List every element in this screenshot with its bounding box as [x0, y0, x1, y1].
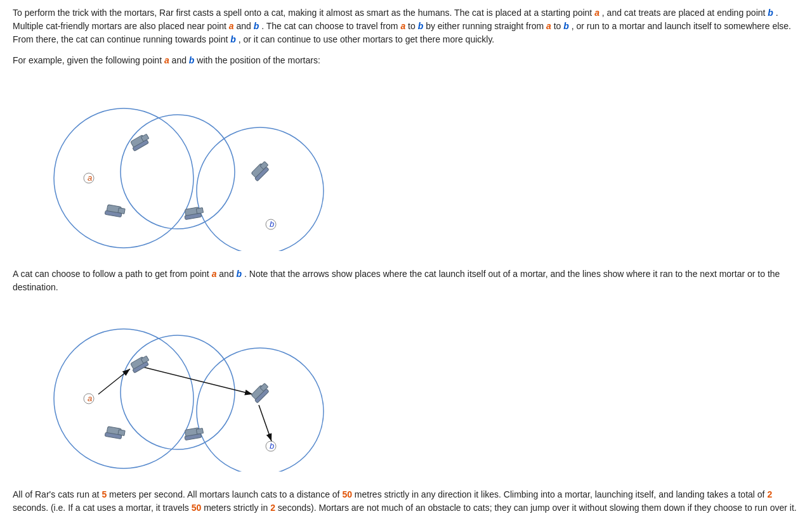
- text: to: [408, 21, 416, 31]
- point-a-3: a: [400, 21, 405, 31]
- text: and: [172, 55, 187, 65]
- point-b-4: b: [563, 21, 569, 31]
- svg-text:b: b: [270, 441, 274, 451]
- text: seconds. (i.e. If a cat uses a mortar, i…: [13, 503, 189, 513]
- text: meters per second. All mortars launch ca…: [109, 489, 339, 499]
- point-b-1: b: [768, 8, 773, 18]
- text: , and cat treats are placed at ending po…: [602, 8, 766, 18]
- point-a-4: a: [546, 21, 551, 31]
- svg-point-2: [197, 127, 324, 251]
- num-5: 2: [270, 503, 275, 513]
- svg-point-1: [121, 115, 235, 229]
- text: and: [237, 21, 251, 31]
- point-b: b: [237, 269, 242, 279]
- paragraph-1: To perform the trick with the mortars, R…: [13, 6, 799, 46]
- point-b-3: b: [418, 21, 424, 31]
- point-b: b: [189, 55, 195, 65]
- text: by either running straight from: [426, 21, 544, 31]
- svg-text:b: b: [270, 219, 274, 229]
- svg-line-28: [143, 367, 252, 394]
- point-a: a: [212, 269, 217, 279]
- point-a-1: a: [594, 8, 599, 18]
- text: All of Rar's cats run at: [13, 489, 100, 499]
- svg-point-0: [54, 108, 193, 248]
- num-1: 5: [102, 489, 107, 499]
- num-3: 2: [767, 489, 772, 499]
- point-a: a: [164, 55, 169, 65]
- diagram-2: a b: [32, 300, 799, 475]
- svg-text:a: a: [88, 394, 92, 403]
- paragraph-2: For example, given the following point a…: [13, 54, 799, 67]
- point-b-5: b: [230, 34, 236, 44]
- text: To perform the trick with the mortars, R…: [13, 8, 592, 18]
- text: , or it can continue to use other mortar…: [239, 34, 495, 44]
- point-b-2: b: [254, 21, 259, 31]
- point-a-2: a: [229, 21, 234, 31]
- text: A cat can choose to follow a path to get…: [13, 269, 209, 279]
- svg-text:a: a: [88, 173, 92, 183]
- svg-line-27: [98, 369, 130, 394]
- text: meters strictly in: [204, 503, 268, 513]
- svg-rect-37: [196, 428, 203, 435]
- svg-rect-14: [196, 208, 203, 214]
- svg-line-29: [259, 405, 272, 441]
- num-4: 50: [192, 503, 202, 513]
- num-2: 50: [342, 489, 352, 499]
- svg-point-21: [121, 335, 235, 449]
- paragraph-3: A cat can choose to follow a path to get…: [13, 267, 799, 294]
- text: and: [219, 269, 233, 279]
- diagram-1: a b: [32, 74, 799, 255]
- svg-point-20: [54, 329, 193, 468]
- text: seconds). Mortars are not much of an obs…: [278, 503, 797, 513]
- paragraph-4: All of Rar's cats run at 5 meters per se…: [13, 488, 799, 515]
- text: with the position of the mortars:: [197, 55, 320, 65]
- text: metres strictly in any direction it like…: [355, 489, 765, 499]
- text: to: [554, 21, 561, 31]
- text: For example, given the following point: [13, 55, 162, 65]
- text: . The cat can choose to travel from: [261, 21, 398, 31]
